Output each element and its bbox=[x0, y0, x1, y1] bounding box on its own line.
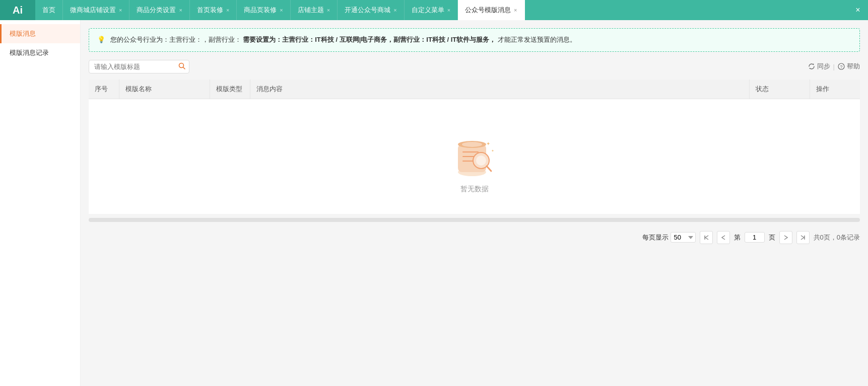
search-left bbox=[89, 60, 189, 73]
tab-template-msg[interactable]: 公众号模版消息 × bbox=[458, 0, 524, 20]
svg-point-12 bbox=[476, 156, 486, 166]
tab-custom-menu[interactable]: 自定义菜单 × bbox=[405, 0, 458, 20]
tab-label: 微商城店铺设置 bbox=[70, 6, 116, 15]
tab-close-icon[interactable]: × bbox=[226, 7, 229, 13]
prev-page-button[interactable] bbox=[717, 231, 730, 244]
search-input[interactable] bbox=[89, 60, 189, 73]
search-icon bbox=[178, 62, 185, 69]
per-page-dropdown[interactable]: 50 10 20 100 bbox=[671, 232, 696, 243]
table-header-row: 序号 模版名称 模版类型 消息内容 状态 操作 bbox=[89, 80, 860, 99]
notice-icon: 💡 bbox=[97, 36, 105, 43]
search-input-wrap bbox=[89, 60, 189, 73]
help-label: 帮助 bbox=[847, 62, 860, 71]
tab-close-icon[interactable]: × bbox=[393, 7, 396, 13]
page-total: 共0页，0条记录 bbox=[814, 233, 860, 242]
svg-line-13 bbox=[487, 166, 491, 171]
tab-close-icon[interactable]: × bbox=[447, 7, 450, 13]
empty-illustration: ✦ ✦ bbox=[447, 129, 502, 185]
notice-prefix: 您的公众号行业为：主营行业：，副营行业： bbox=[110, 36, 241, 43]
last-page-button[interactable] bbox=[796, 231, 810, 244]
sidebar-item-label: 模版消息记录 bbox=[10, 49, 49, 56]
tab-label: 首页 bbox=[42, 6, 55, 15]
sync-label: 同步 bbox=[817, 62, 830, 71]
global-close-button[interactable]: × bbox=[848, 0, 868, 20]
tab-close-icon[interactable]: × bbox=[119, 7, 122, 13]
tab-label: 公众号模版消息 bbox=[465, 6, 511, 15]
page-label: 页 bbox=[769, 233, 775, 242]
per-page-label: 每页显示 bbox=[642, 233, 669, 242]
last-page-icon bbox=[800, 235, 806, 240]
tab-shop-settings[interactable]: 微商城店铺设置 × bbox=[63, 0, 129, 20]
tab-open-store[interactable]: 开通公众号商城 × bbox=[338, 0, 404, 20]
tab-label: 自定义菜单 bbox=[412, 6, 444, 15]
tab-close-icon[interactable]: × bbox=[179, 7, 182, 13]
scroll-strip[interactable] bbox=[89, 218, 860, 222]
sidebar-item-template-msg[interactable]: 模版消息 bbox=[0, 24, 80, 43]
sync-icon bbox=[808, 63, 815, 70]
svg-text:✦: ✦ bbox=[486, 141, 490, 146]
help-button[interactable]: ? 帮助 bbox=[838, 62, 860, 71]
tab-product-decor[interactable]: 商品页装修 × bbox=[237, 0, 290, 20]
tab-label: 商品分类设置 bbox=[137, 6, 176, 15]
notice-suffix: 才能正常发送预置的消息。 bbox=[498, 36, 576, 43]
tab-label: 首页装修 bbox=[197, 6, 223, 15]
tab-close-icon[interactable]: × bbox=[280, 7, 283, 13]
tab-label: 开通公众号商城 bbox=[345, 6, 390, 15]
sidebar-item-label: 模版消息 bbox=[10, 30, 36, 37]
first-page-icon bbox=[704, 235, 709, 240]
col-status: 状态 bbox=[749, 80, 810, 99]
app-logo: Ai bbox=[0, 0, 35, 20]
main-layout: 模版消息 模版消息记录 💡 您的公众号行业为：主营行业：，副营行业： 需要设置为… bbox=[0, 20, 868, 386]
tab-close-icon[interactable]: × bbox=[327, 7, 330, 13]
content-area: 💡 您的公众号行业为：主营行业：，副营行业： 需要设置为：主营行业：IT科技 /… bbox=[81, 20, 868, 386]
sidebar: 模版消息 模版消息记录 bbox=[0, 20, 81, 386]
tab-home[interactable]: 首页 bbox=[35, 0, 63, 20]
page-input[interactable] bbox=[745, 232, 765, 243]
tab-close-icon[interactable]: × bbox=[514, 7, 517, 13]
top-nav: Ai 首页 微商城店铺设置 × 商品分类设置 × 首页装修 × 商品页装修 × … bbox=[0, 0, 868, 20]
tab-category-settings[interactable]: 商品分类设置 × bbox=[129, 0, 189, 20]
next-page-icon bbox=[784, 235, 788, 240]
col-content: 消息内容 bbox=[250, 80, 749, 99]
sidebar-item-template-msg-record[interactable]: 模版消息记录 bbox=[0, 43, 80, 62]
tab-label: 商品页装修 bbox=[244, 6, 277, 15]
data-table: 序号 模版名称 模版类型 消息内容 状态 操作 bbox=[89, 80, 860, 214]
search-right: 同步 | ? 帮助 bbox=[808, 62, 860, 71]
svg-text:?: ? bbox=[840, 64, 842, 69]
nav-tabs: 首页 微商城店铺设置 × 商品分类设置 × 首页装修 × 商品页装修 × 店铺主… bbox=[35, 0, 848, 20]
search-bar: 同步 | ? 帮助 bbox=[89, 60, 860, 73]
empty-text: 暂无数据 bbox=[460, 185, 489, 194]
table-empty-row: ✦ ✦ 暂无数据 bbox=[89, 99, 860, 214]
col-index: 序号 bbox=[89, 80, 119, 99]
help-icon: ? bbox=[838, 63, 845, 70]
tab-label: 店铺主题 bbox=[298, 6, 324, 15]
svg-line-1 bbox=[183, 67, 185, 69]
sync-button[interactable]: 同步 bbox=[808, 62, 830, 71]
notice-highlight: 需要设置为：主营行业：IT科技 / 互联网|电子商务，副营行业：IT科技 / I… bbox=[243, 36, 496, 43]
col-action: 操作 bbox=[810, 80, 860, 99]
col-name: 模版名称 bbox=[119, 80, 210, 99]
search-divider: | bbox=[833, 63, 835, 70]
page-prefix: 第 bbox=[734, 233, 741, 242]
search-button[interactable] bbox=[178, 62, 185, 71]
first-page-button[interactable] bbox=[700, 231, 713, 244]
prev-page-icon bbox=[721, 235, 725, 240]
tab-store-theme[interactable]: 店铺主题 × bbox=[291, 0, 338, 20]
notice-box: 💡 您的公众号行业为：主营行业：，副营行业： 需要设置为：主营行业：IT科技 /… bbox=[89, 28, 860, 52]
pagination: 每页显示 50 10 20 100 第 bbox=[89, 226, 860, 249]
col-type: 模版类型 bbox=[210, 80, 250, 99]
page-size-select: 每页显示 50 10 20 100 bbox=[642, 232, 696, 243]
next-page-button[interactable] bbox=[779, 231, 792, 244]
svg-point-7 bbox=[462, 142, 482, 147]
empty-state: ✦ ✦ 暂无数据 bbox=[89, 99, 860, 214]
svg-text:✦: ✦ bbox=[491, 149, 494, 152]
tab-home-decor[interactable]: 首页装修 × bbox=[190, 0, 237, 20]
